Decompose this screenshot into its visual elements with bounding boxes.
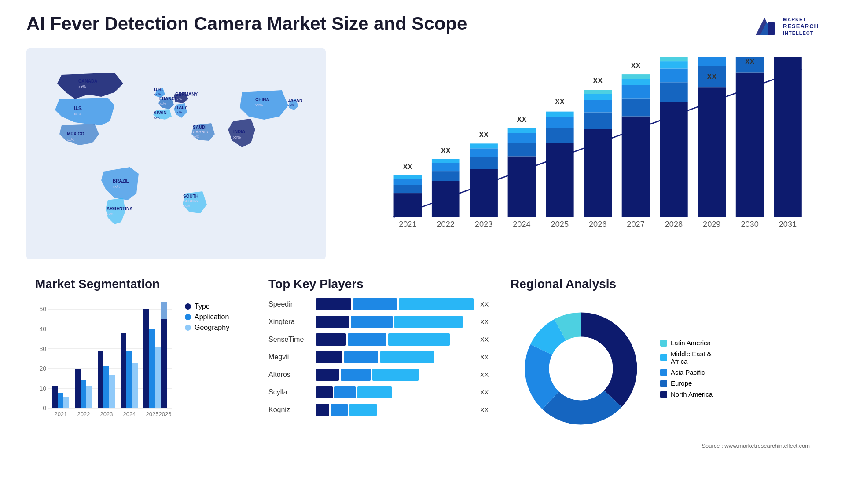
- player-bar-wrap: [316, 298, 475, 310]
- svg-rect-51: [470, 143, 498, 148]
- svg-text:xx%: xx%: [175, 97, 182, 101]
- svg-text:SPAIN: SPAIN: [154, 110, 167, 115]
- north-america-color: [660, 391, 667, 398]
- svg-rect-81: [698, 87, 726, 217]
- player-bar-wrap: [316, 351, 475, 363]
- svg-text:2025: 2025: [551, 220, 569, 229]
- bar-segment: [372, 369, 419, 381]
- svg-text:0: 0: [43, 405, 46, 412]
- svg-rect-114: [58, 393, 63, 408]
- svg-text:xx%: xx%: [67, 137, 74, 142]
- player-name: Scylla: [268, 388, 312, 396]
- segmentation-legend: Type Application Geography: [185, 303, 229, 332]
- logo-icon: [751, 13, 778, 40]
- svg-text:2026: 2026: [589, 220, 606, 229]
- player-value: XX: [480, 336, 489, 343]
- players-list: Speedir XX Xingtera X: [268, 298, 489, 416]
- svg-rect-43: [432, 181, 460, 217]
- svg-text:U.K.: U.K.: [154, 87, 163, 92]
- player-value: XX: [480, 354, 489, 361]
- bar-segment: [316, 386, 333, 398]
- svg-text:xx%: xx%: [175, 110, 182, 114]
- asia-pacific-color: [660, 369, 667, 376]
- svg-text:xx%: xx%: [107, 212, 114, 216]
- svg-text:AFRICA: AFRICA: [183, 199, 198, 203]
- svg-text:2021: 2021: [55, 411, 67, 417]
- player-row: Speedir XX: [268, 298, 489, 310]
- svg-text:BRAZIL: BRAZIL: [113, 179, 129, 183]
- svg-rect-49: [470, 157, 498, 169]
- svg-rect-121: [109, 375, 115, 408]
- svg-rect-59: [546, 128, 574, 143]
- player-value: XX: [480, 371, 489, 378]
- svg-rect-77: [660, 68, 688, 82]
- logo-area: MARKET RESEARCH INTELLECT: [751, 13, 819, 40]
- svg-rect-73: [622, 74, 650, 79]
- svg-text:XX: XX: [593, 77, 603, 84]
- svg-text:xx%: xx%: [154, 92, 161, 96]
- svg-text:2026: 2026: [159, 411, 172, 417]
- svg-rect-50: [470, 148, 498, 157]
- player-value: XX: [480, 301, 489, 308]
- svg-rect-118: [86, 386, 92, 408]
- svg-point-141: [549, 337, 613, 400]
- svg-rect-70: [622, 99, 650, 117]
- svg-rect-44: [432, 171, 460, 181]
- svg-text:2028: 2028: [665, 220, 683, 229]
- svg-text:2030: 2030: [741, 220, 758, 229]
- north-america-label: North America: [671, 391, 713, 398]
- svg-rect-45: [432, 163, 460, 171]
- player-bar-wrap: [316, 369, 475, 381]
- player-name: Speedir: [268, 300, 312, 308]
- svg-rect-84: [736, 73, 764, 217]
- svg-text:XX: XX: [631, 62, 641, 69]
- bar-segment: [316, 351, 342, 363]
- svg-text:SOUTH: SOUTH: [183, 194, 198, 199]
- geography-label: Geography: [195, 324, 229, 332]
- svg-rect-125: [143, 309, 149, 408]
- player-bar-wrap: [316, 333, 475, 346]
- key-players-section: Top Key Players Speedir XX Xingtera: [255, 273, 502, 457]
- svg-text:CHINA: CHINA: [255, 97, 269, 102]
- svg-rect-115: [63, 397, 69, 408]
- svg-text:30: 30: [39, 345, 46, 352]
- svg-rect-83: [698, 57, 726, 66]
- svg-text:2024: 2024: [513, 220, 530, 229]
- svg-rect-38: [394, 193, 422, 217]
- middle-east-label: Middle East &Africa: [671, 350, 712, 365]
- latin-america-color: [660, 340, 667, 347]
- svg-text:xx%: xx%: [78, 84, 86, 89]
- segmentation-title: Market Segmentation: [35, 277, 246, 291]
- segmentation-section: Market Segmentation 0 10 20 30 40 50: [26, 273, 255, 457]
- legend-north-america: North America: [660, 391, 713, 398]
- world-map: CANADA xx% U.S. xx% MEXICO xx% BRAZIL xx…: [26, 48, 326, 259]
- svg-text:xx%: xx%: [233, 135, 241, 139]
- bar-segment: [349, 404, 377, 416]
- bar-segment: [331, 404, 348, 416]
- svg-rect-122: [121, 333, 126, 408]
- application-dot: [185, 314, 191, 320]
- svg-rect-67: [584, 90, 612, 94]
- svg-rect-116: [75, 369, 81, 408]
- donut-chart: [511, 298, 651, 439]
- svg-rect-86: [774, 57, 802, 217]
- middle-east-color: [660, 354, 667, 361]
- bar-segment: [341, 369, 371, 381]
- regional-section: Regional Analysis: [502, 273, 819, 457]
- player-value: XX: [480, 406, 489, 413]
- svg-text:xx%: xx%: [255, 103, 263, 107]
- player-row: Megvii XX: [268, 351, 489, 363]
- svg-text:INDIA: INDIA: [233, 129, 245, 134]
- player-row: Scylla XX: [268, 386, 489, 398]
- svg-text:XX: XX: [555, 98, 565, 106]
- bar-segment: [334, 386, 356, 398]
- regional-title: Regional Analysis: [511, 277, 810, 291]
- svg-rect-58: [546, 143, 574, 217]
- bar-segment: [316, 404, 329, 416]
- svg-text:xx%: xx%: [154, 116, 160, 120]
- svg-text:XX: XX: [517, 115, 527, 123]
- bar-segment: [351, 316, 393, 328]
- svg-rect-117: [81, 380, 86, 408]
- segmentation-chart: 0 10 20 30 40 50: [35, 298, 176, 421]
- player-row: Kogniz XX: [268, 404, 489, 416]
